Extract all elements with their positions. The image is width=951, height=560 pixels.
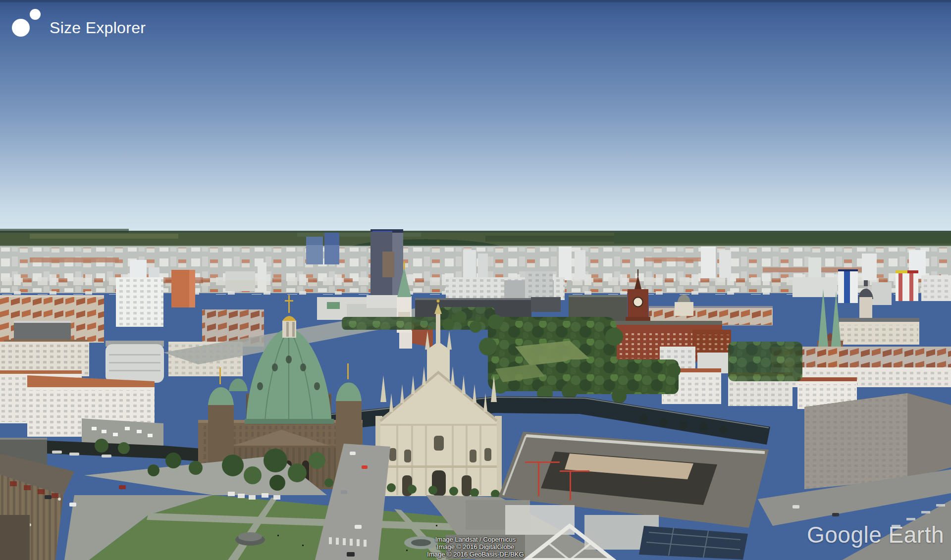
attribution-line: Image © 2016 GeoBasis-DE/BKG xyxy=(0,551,951,558)
size-explorer-app: Size Explorer Image Landsat / Copernicus… xyxy=(0,0,951,560)
earth-3d-viewport[interactable] xyxy=(0,0,951,560)
google-earth-watermark: Google Earth xyxy=(807,521,944,548)
red-yellow-tower xyxy=(896,270,918,301)
app-title: Size Explorer xyxy=(50,19,146,37)
app-brand: Size Explorer xyxy=(8,6,171,41)
blue-stripe-tower xyxy=(838,269,858,303)
size-explorer-logo-icon xyxy=(8,6,46,39)
